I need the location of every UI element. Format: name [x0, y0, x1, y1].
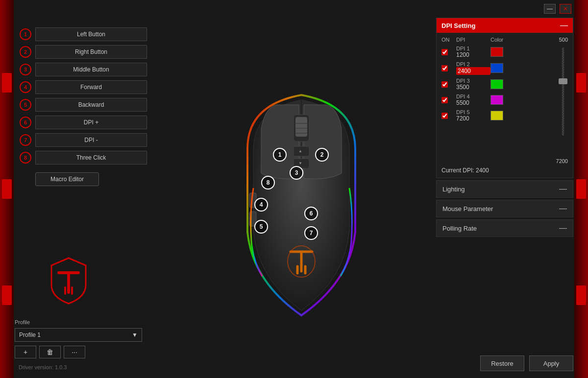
button-number-4: 4: [20, 81, 31, 93]
svg-rect-2: [295, 117, 307, 137]
mouse-parameter-collapse-icon: —: [559, 204, 567, 213]
button-label-8[interactable]: Three Click: [35, 151, 147, 165]
lighting-section[interactable]: Lighting —: [436, 180, 573, 198]
close-button[interactable]: ✕: [560, 4, 571, 14]
driver-version: Driver version: 1.0.3: [19, 364, 67, 370]
button-number-7: 7: [20, 134, 31, 146]
dpi-name-4: DPI 4: [456, 94, 490, 99]
dpi-row-4: DPI 4 5500: [441, 94, 554, 106]
button-number-5: 5: [20, 99, 31, 111]
dpi-color-5[interactable]: [490, 111, 503, 120]
dpi-checkbox-4[interactable]: [441, 97, 448, 103]
dpi-name-val-1: DPI 1 1200: [456, 46, 490, 58]
button-row: 5 Backward: [20, 98, 147, 112]
profile-add-button[interactable]: +: [15, 346, 36, 358]
button-number-3: 3: [20, 64, 31, 75]
dpi-col-dpi-label: DPI: [456, 37, 490, 43]
button-row: 3 Middle Button: [20, 63, 147, 76]
button-label-7[interactable]: DPI -: [35, 133, 147, 147]
lighting-label: Lighting: [442, 186, 465, 193]
dpi-name-2: DPI 2: [456, 61, 490, 67]
dpi-value-2: 2400: [456, 67, 490, 75]
dpi-check-1[interactable]: [441, 49, 456, 55]
button-row: 8 Three Click: [20, 151, 147, 165]
dpi-row-5: DPI 5 7200: [441, 109, 554, 122]
button-label-4[interactable]: Forward: [35, 80, 147, 94]
button-row: 7 DPI -: [20, 133, 147, 147]
button-label-1[interactable]: Left Button: [35, 27, 147, 41]
dpi-slider-container: DPI 1 1200 DPI 2 2400 DPI 3 3500: [441, 46, 568, 155]
dpi-value-5: 7200: [456, 115, 490, 122]
dpi-check-2[interactable]: [441, 65, 456, 71]
dpi-checkbox-5[interactable]: [441, 113, 448, 119]
dpi-check-4[interactable]: [441, 97, 456, 103]
button-label-2[interactable]: Right Button: [35, 45, 147, 59]
dpi-name-val-4: DPI 4 5500: [456, 94, 490, 106]
logo-area: [39, 251, 98, 309]
polling-rate-collapse-icon: —: [559, 224, 567, 233]
button-row: 4 Forward: [20, 80, 147, 94]
dpi-check-3[interactable]: [441, 81, 456, 88]
right-accent: [574, 0, 588, 378]
button-row: 1 Left Button: [20, 27, 147, 41]
dpi-color-3[interactable]: [490, 79, 503, 89]
dpi-col-on-label: ON: [441, 37, 456, 43]
titlebar: — ✕: [15, 0, 573, 18]
lighting-collapse-icon: —: [559, 185, 567, 193]
button-row: 6 DPI +: [20, 116, 147, 129]
profile-current-value: Profile 1: [19, 331, 41, 338]
restore-button[interactable]: Restore: [480, 355, 524, 371]
right-panel: DPI Setting — ON DPI Color 500 DPI 1 120…: [436, 18, 573, 351]
svg-text:▼: ▼: [298, 161, 302, 165]
mouse-image: ▲ ▼: [228, 75, 375, 320]
dpi-name-val-5: DPI 5 7200: [456, 109, 490, 122]
mouse-area: ▲ ▼ 12345678: [152, 18, 451, 378]
dpi-name-3: DPI 3: [456, 78, 490, 84]
mouse-parameter-section[interactable]: Mouse Parameter —: [436, 200, 573, 217]
left-accent: [0, 0, 14, 378]
dropdown-arrow-icon: ▼: [132, 331, 138, 338]
dpi-row-1: DPI 1 1200: [441, 46, 554, 58]
dpi-color-2[interactable]: [490, 63, 503, 73]
dpi-row-2: DPI 2 2400: [441, 61, 554, 75]
dpi-value-3: 3500: [456, 84, 490, 91]
dpi-current-value: Current DPI: 2400: [441, 167, 568, 174]
polling-rate-section[interactable]: Polling Rate —: [436, 219, 573, 237]
dpi-name-5: DPI 5: [456, 109, 490, 115]
dpi-color-4[interactable]: [490, 95, 503, 105]
button-number-2: 2: [20, 46, 31, 58]
profile-dropdown[interactable]: Profile 1 ▼: [15, 328, 142, 342]
dpi-collapse-button[interactable]: —: [560, 21, 568, 30]
button-number-8: 8: [20, 152, 31, 164]
bottom-buttons: Restore Apply: [480, 355, 573, 371]
dpi-name-val-3: DPI 3 3500: [456, 78, 490, 91]
dpi-name-val-2: DPI 2 2400: [456, 61, 490, 75]
dpi-slider-bottom-val: 7200: [556, 158, 568, 164]
profile-more-button[interactable]: ···: [64, 346, 85, 358]
macro-editor-button[interactable]: Macro Editor: [35, 172, 99, 186]
button-label-6[interactable]: DPI +: [35, 116, 147, 129]
dpi-checkbox-2[interactable]: [441, 65, 448, 71]
dpi-panel-title: DPI Setting: [441, 22, 475, 29]
dpi-checkbox-1[interactable]: [441, 49, 448, 55]
apply-button[interactable]: Apply: [529, 355, 573, 371]
profile-delete-button[interactable]: 🗑: [39, 346, 61, 358]
dpi-slider-thumb[interactable]: [559, 78, 567, 84]
polling-rate-label: Polling Rate: [442, 225, 477, 232]
dpi-color-1[interactable]: [490, 47, 503, 57]
dpi-row-3: DPI 3 3500: [441, 78, 554, 91]
dpi-vertical-slider[interactable]: [558, 47, 568, 155]
mouse-parameter-label: Mouse Parameter: [442, 205, 493, 213]
dpi-panel: DPI Setting — ON DPI Color 500 DPI 1 120…: [436, 18, 573, 178]
minimize-button[interactable]: —: [544, 4, 556, 14]
dpi-checkbox-3[interactable]: [441, 81, 448, 88]
button-list: 1 Left Button 2 Right Button 3 Middle Bu…: [20, 27, 147, 165]
dpi-header: DPI Setting —: [437, 18, 573, 33]
profile-buttons: + 🗑 ···: [15, 346, 142, 358]
dpi-col-headers: ON DPI Color 500: [441, 37, 568, 43]
dpi-name-1: DPI 1: [456, 46, 490, 51]
button-label-3[interactable]: Middle Button: [35, 63, 147, 76]
button-label-5[interactable]: Backward: [35, 98, 147, 112]
dpi-check-5[interactable]: [441, 113, 456, 119]
dpi-slider-track: [562, 47, 564, 136]
